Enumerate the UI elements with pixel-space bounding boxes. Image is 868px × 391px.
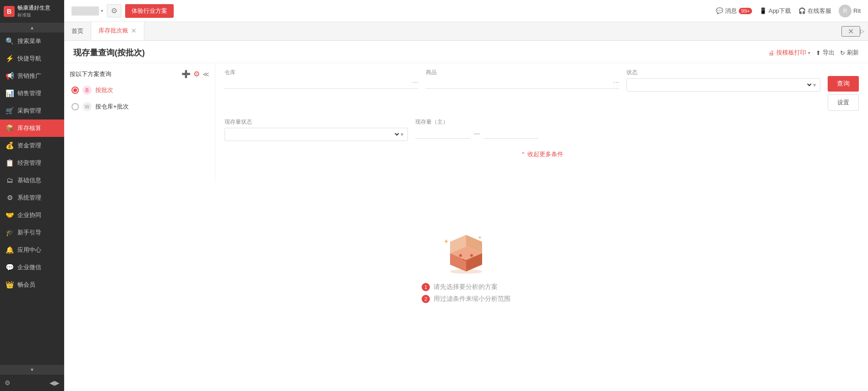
- scroll-down-btn[interactable]: ▼: [0, 365, 64, 374]
- settings-scheme-btn[interactable]: ⚙: [193, 70, 200, 78]
- print-icon: 🖨: [769, 49, 775, 56]
- status-select-row: ▾: [626, 78, 820, 92]
- stock-qty-dash: —: [474, 130, 480, 137]
- add-scheme-btn[interactable]: ➕: [181, 70, 191, 78]
- warehouse-batch-icon: W: [82, 102, 92, 111]
- marketing-icon: 📢: [5, 72, 14, 80]
- brand-name: 畅康通好生意: [17, 5, 50, 12]
- newbie-icon: 🎓: [5, 228, 14, 237]
- gear-btn[interactable]: ⚙: [107, 4, 121, 17]
- messages-btn[interactable]: 💬 消息 99+: [716, 7, 752, 15]
- online-service-btn[interactable]: 🎧 在线客服: [798, 7, 831, 15]
- sidebar-nav: 🔍 搜索菜单 ⚡ 快捷导航 📢 营销推广 📊 销售管理 🛒 采购管理 📦: [0, 33, 64, 365]
- brand-sub: 标准版: [17, 12, 50, 18]
- sidebar-item-purchase-label: 采购管理: [17, 107, 41, 115]
- query-btn[interactable]: 查询: [828, 76, 859, 92]
- stock-qty-label: 现存量（主）: [415, 118, 599, 126]
- settings-footer-btn[interactable]: ⚙: [5, 379, 11, 386]
- goods-more-icon[interactable]: ···: [613, 78, 619, 87]
- app-download-label: App下载: [769, 7, 791, 15]
- svg-point-6: [459, 254, 462, 257]
- page-actions: 🖨 按模板打印 ▾ ⬆ 导出 ↻ 刷新: [769, 49, 859, 57]
- sidebar-item-shortcut[interactable]: ⚡ 快捷导航: [0, 50, 64, 67]
- tab-close-btn[interactable]: ✕: [131, 27, 137, 34]
- message-icon: 💬: [716, 7, 723, 14]
- print-btn[interactable]: 🖨 按模板打印 ▾: [769, 49, 810, 57]
- stock-status-select[interactable]: [229, 130, 401, 138]
- stock-qty-max-input[interactable]: [483, 128, 538, 139]
- sidebar-item-finance[interactable]: 💰 资金管理: [0, 137, 64, 154]
- batch-icon: B: [82, 86, 92, 95]
- experience-btn[interactable]: 体验行业方案: [125, 4, 174, 18]
- tab-home-label: 首页: [71, 27, 83, 35]
- basic-icon: 🗂: [5, 176, 14, 185]
- global-close-btn[interactable]: ✕: [841, 26, 860, 37]
- enterprise-icon: 🤝: [5, 211, 14, 219]
- svg-text:✦: ✦: [443, 238, 449, 245]
- sidebar-item-marketing[interactable]: 📢 营销推广: [0, 67, 64, 85]
- stock-status-label: 现存量状态: [225, 118, 408, 126]
- filter-sidebar-header: 按以下方案查询 ➕ ⚙ ≪: [64, 68, 215, 82]
- collapse-more-btn[interactable]: ⌃ 收起更多条件: [225, 147, 859, 162]
- sidebar-item-enterprise-label: 企业协同: [17, 211, 41, 219]
- sidebar-item-member[interactable]: 👑 畅会员: [0, 276, 64, 293]
- warehouse-input[interactable]: [225, 79, 412, 86]
- sidebar-item-basic-label: 基础信息: [17, 176, 41, 185]
- filter-settings-btn[interactable]: 设置: [828, 94, 859, 111]
- sidebar-item-newbie-label: 新手引导: [17, 228, 41, 237]
- sidebar-item-enterprise[interactable]: 🤝 企业协同: [0, 206, 64, 224]
- messages-badge: 99+: [739, 8, 752, 14]
- refresh-label: 刷新: [847, 49, 859, 57]
- page-content: 现存量查询(按批次) 🖨 按模板打印 ▾ ⬆ 导出 ↻ 刷新: [64, 41, 868, 391]
- goods-input-row: ···: [426, 78, 620, 89]
- print-chevron-icon: ▾: [808, 50, 810, 55]
- svg-point-7: [470, 254, 473, 257]
- user-name: Rit: [853, 7, 861, 14]
- sidebar-item-operation[interactable]: 📋 经营管理: [0, 154, 64, 172]
- status-select[interactable]: [631, 81, 813, 89]
- sidebar-item-purchase[interactable]: 🛒 采购管理: [0, 102, 64, 119]
- sidebar-item-shortcut-label: 快捷导航: [17, 54, 41, 63]
- goods-label: 商品: [426, 69, 620, 76]
- page-header: 现存量查询(按批次) 🖨 按模板打印 ▾ ⬆ 导出 ↻ 刷新: [64, 41, 868, 63]
- sidebar-item-wechat-label: 企业微信: [17, 263, 41, 272]
- warehouse-more-icon[interactable]: ···: [412, 78, 418, 87]
- goods-input[interactable]: [426, 79, 613, 86]
- tab-home[interactable]: 首页: [64, 22, 91, 40]
- finance-icon: 💰: [5, 141, 14, 150]
- sidebar-item-inventory[interactable]: 📦 库存核算: [0, 119, 64, 137]
- app-download-btn[interactable]: 📱 App下载: [759, 7, 791, 15]
- member-icon: 👑: [5, 281, 14, 289]
- sidebar-item-wechat[interactable]: 💬 企业微信: [0, 259, 64, 276]
- batch-radio: [71, 87, 79, 94]
- sidebar-item-sales[interactable]: 📊 销售管理: [0, 85, 64, 102]
- goods-field: 商品 ···: [426, 69, 620, 89]
- sidebar-item-system[interactable]: ⚙ 系统管理: [0, 189, 64, 206]
- sidebar-item-finance-label: 资金管理: [17, 141, 41, 150]
- warehouse-input-row: ···: [225, 78, 418, 89]
- sidebar-item-appstore[interactable]: 🔔 应用中心: [0, 241, 64, 259]
- svg-text:✦: ✦: [478, 234, 482, 241]
- collapse-sidebar-btn[interactable]: ◀▶: [49, 379, 60, 386]
- sidebar-item-sales-label: 销售管理: [17, 89, 41, 98]
- sidebar-item-newbie[interactable]: 🎓 新手引导: [0, 224, 64, 241]
- sidebar-item-search[interactable]: 🔍 搜索菜单: [0, 33, 64, 50]
- empty-tips: 1 请先选择要分析的方案 2 用过滤条件来缩小分析范围: [422, 283, 511, 307]
- sidebar-item-basic[interactable]: 🗂 基础信息: [0, 172, 64, 189]
- maximize-hint: ▷: [860, 28, 868, 34]
- refresh-btn[interactable]: ↻ 刷新: [840, 49, 859, 57]
- filter-option-warehouse-batch[interactable]: W 按仓库+批次: [64, 98, 215, 115]
- tab-inventory-batch-label: 库存批次账: [99, 27, 128, 35]
- filter-option-batch-label: 按批次: [95, 86, 113, 94]
- stock-qty-min-input[interactable]: [415, 128, 470, 139]
- user-profile-btn[interactable]: R Rit: [839, 5, 861, 17]
- batch-radio-inner: [73, 88, 77, 92]
- warehouse-field: 仓库 ···: [225, 69, 418, 89]
- tab-inventory-batch[interactable]: 库存批次账 ✕: [91, 22, 144, 40]
- scroll-up-btn[interactable]: ▲: [0, 23, 64, 33]
- page-title: 现存量查询(按批次): [73, 47, 145, 58]
- empty-state: ✦ ✦ 1 请先选择要分析的方案 2 用过滤条件来缩小分析范围: [64, 182, 868, 343]
- filter-option-batch[interactable]: B 按批次: [64, 82, 215, 98]
- collapse-sidebar-panel-btn[interactable]: ≪: [203, 71, 209, 78]
- export-btn[interactable]: ⬆ 导出: [816, 49, 835, 57]
